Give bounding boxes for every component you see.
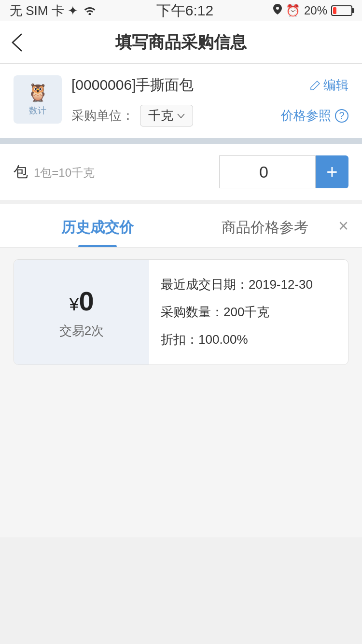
plus-icon: + [326, 162, 337, 182]
price-ref-info-icon: ? [335, 109, 348, 123]
close-panel-button[interactable]: × [338, 216, 348, 236]
tabs-header: 历史成交价 商品价格参考 × [0, 204, 362, 248]
battery-icon [331, 5, 352, 16]
quantity-section: 包 1包=10千克 + [0, 144, 362, 200]
card-quantity-label: 采购数量： [161, 305, 223, 319]
tab-product-price-ref[interactable]: 商品价格参考 [181, 204, 348, 247]
card-quantity-value: 200千克 [223, 305, 269, 319]
card-quantity-row: 采购数量：200千克 [161, 303, 336, 322]
card-price-number: 0 [79, 286, 94, 316]
card-discount-label: 折扣： [161, 332, 198, 347]
card-details-right: 最近成交日期：2019-12-30 采购数量：200千克 折扣：100.00% [149, 260, 348, 364]
owl-text: 数计 [29, 105, 46, 116]
product-info: [0000006]手撕面包 编辑 采购单位： 千克 价格参照 ? [71, 75, 348, 126]
product-thumbnail: 🦉 数计 [14, 75, 62, 124]
tab-active-indicator [78, 245, 117, 247]
product-section: 🦉 数计 [0000006]手撕面包 编辑 采购单位： 千克 [0, 64, 362, 138]
back-button[interactable] [12, 33, 22, 52]
quantity-input[interactable] [219, 155, 316, 188]
price-ref-label: 价格参照 [281, 107, 331, 124]
card-date-row: 最近成交日期：2019-12-30 [161, 275, 336, 294]
tab-history-price-label: 历史成交价 [61, 219, 134, 235]
page-title: 填写商品采购信息 [115, 31, 247, 54]
quantity-ratio: 1包=10千克 [34, 165, 95, 181]
price-card: ¥0 交易2次 最近成交日期：2019-12-30 采购数量：200千克 折扣：… [14, 259, 348, 365]
edit-button[interactable]: 编辑 [310, 77, 348, 94]
unit-select[interactable]: 千克 [140, 105, 193, 126]
wifi-icon [83, 3, 97, 18]
location-icon [273, 4, 282, 17]
tabs-section: 历史成交价 商品价格参考 × ¥0 交易2次 最近成交日期：2019-12-30… [0, 204, 362, 537]
status-bar: 无 SIM 卡 ✦ 下午6:12 ⏰ 20% [0, 0, 362, 21]
quantity-plus-button[interactable]: + [316, 155, 348, 188]
owl-icon: 🦉 [27, 83, 49, 103]
nav-header: 填写商品采购信息 [0, 21, 362, 64]
product-name: [0000006]手撕面包 [71, 75, 194, 95]
alarm-icon: ⏰ [286, 4, 300, 17]
battery-percent: 20% [304, 4, 327, 17]
price-cards-area: ¥0 交易2次 最近成交日期：2019-12-30 采购数量：200千克 折扣：… [0, 248, 362, 537]
tab-history-price[interactable]: 历史成交价 [14, 204, 181, 247]
edit-label: 编辑 [323, 77, 348, 94]
quantity-unit: 包 [14, 162, 28, 182]
card-trade-count: 交易2次 [59, 322, 104, 339]
section-divider [0, 138, 362, 144]
status-right: ⏰ 20% [273, 4, 352, 17]
card-price-value: ¥0 [69, 285, 94, 317]
unit-label: 采购单位： [71, 107, 134, 124]
tab-product-price-ref-label: 商品价格参考 [222, 219, 308, 235]
card-price-left: ¥0 交易2次 [14, 260, 149, 364]
card-discount-value: 100.00% [198, 332, 248, 347]
card-date-label: 最近成交日期： [161, 277, 249, 292]
card-price-symbol: ¥ [69, 294, 79, 314]
card-date-value: 2019-12-30 [249, 277, 313, 292]
card-discount-row: 折扣：100.00% [161, 330, 336, 349]
sim-indicator: 无 SIM 卡 ✦ [10, 2, 78, 19]
unit-value: 千克 [148, 107, 173, 124]
status-time: 下午6:12 [156, 1, 213, 21]
status-left: 无 SIM 卡 ✦ [10, 2, 97, 19]
price-ref-button[interactable]: 价格参照 ? [281, 107, 348, 124]
